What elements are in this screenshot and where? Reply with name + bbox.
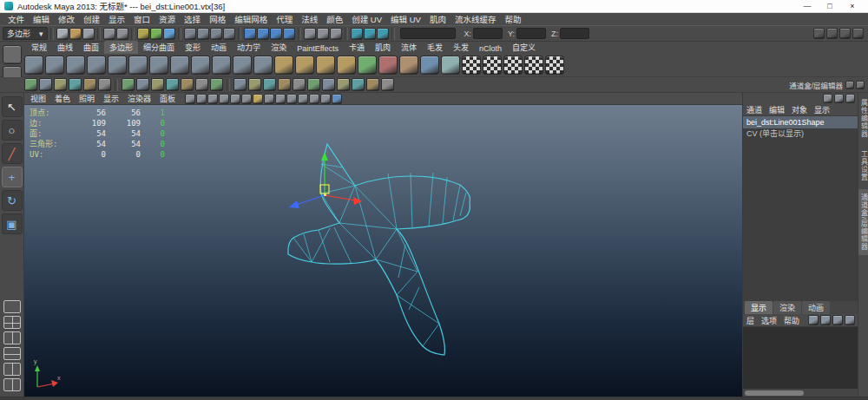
new-layer-from-selected-icon[interactable] (820, 315, 831, 325)
custom-shelf-icon-20[interactable] (322, 78, 335, 91)
viewport-3d-view[interactable]: y x 顶点:56561边:1091090面:54540三角形:54540UV:… (24, 105, 742, 397)
poly-torus-icon[interactable] (128, 56, 148, 75)
poly-pipe-icon[interactable] (191, 56, 210, 75)
separate-icon[interactable] (295, 56, 314, 75)
layer-list[interactable] (743, 326, 858, 389)
channel-box-menu-object[interactable]: 对象 (788, 104, 811, 115)
bevel-icon[interactable] (399, 56, 418, 75)
lasso-select-tool[interactable]: ○ (2, 120, 23, 141)
panel-menu-shading[interactable]: 着色 (50, 93, 75, 104)
shelf-selector-icon[interactable] (3, 45, 22, 64)
layer-tab-render[interactable]: 渲染 (773, 301, 801, 314)
uv-cylindrical-mapping-icon[interactable] (483, 56, 502, 75)
shelf-tab-muscle[interactable]: 肌肉 (370, 41, 396, 54)
paint-select-tool[interactable]: ╱ (2, 143, 23, 164)
layer-tab-display[interactable]: 显示 (745, 301, 773, 314)
mask-joints-icon[interactable] (197, 28, 209, 40)
menu-color[interactable]: 颜色 (322, 13, 347, 25)
maximize-button[interactable]: □ (819, 0, 841, 13)
film-gate-icon[interactable] (275, 94, 286, 104)
poly-prism-icon[interactable] (149, 56, 168, 75)
layout-outliner-persp[interactable] (3, 378, 21, 391)
menu-window[interactable]: 窗口 (129, 13, 155, 25)
custom-shelf-icon-1[interactable] (24, 78, 37, 91)
camera-attributes-icon[interactable] (207, 94, 218, 104)
custom-shelf-icon-6[interactable] (98, 78, 111, 91)
wireframe-mesh[interactable] (288, 144, 470, 355)
snap-curve-icon[interactable] (257, 28, 269, 40)
menu-normals[interactable]: 法线 (297, 13, 322, 25)
sidebar-tab-attribute-editor[interactable]: 属性编辑器 (858, 95, 868, 142)
custom-shelf-icon-3[interactable] (54, 78, 67, 91)
select-hierarchy-icon[interactable] (137, 28, 149, 40)
channel-edit-icon[interactable] (845, 94, 855, 103)
custom-shelf-icon-4[interactable] (69, 78, 82, 91)
menu-pipeline-cache[interactable]: 流水线缓存 (450, 13, 501, 25)
panel-menu-view[interactable]: 视图 (26, 93, 50, 104)
channel-box-menu-channels[interactable]: 通道 (743, 104, 766, 115)
menu-create[interactable]: 创建 (79, 13, 104, 25)
custom-shelf-icon-8[interactable] (136, 78, 149, 91)
2d-pan-zoom-icon[interactable] (241, 94, 252, 104)
x-coordinate-input[interactable] (473, 28, 503, 39)
uv-planar-mapping-icon[interactable] (462, 56, 481, 75)
menu-muscle[interactable]: 肌肉 (425, 13, 450, 25)
toggle-attribute-editor-icon[interactable] (813, 28, 825, 39)
lock-camera-icon[interactable] (196, 94, 207, 104)
custom-shelf-icon-10[interactable] (166, 78, 179, 91)
menu-select[interactable]: 选择 (180, 13, 205, 25)
grease-pencil-icon[interactable] (253, 94, 263, 104)
menu-edit-uv[interactable]: 编辑 UV (386, 13, 425, 25)
selected-vertex[interactable] (324, 193, 326, 196)
custom-shelf-icon-16[interactable] (263, 78, 276, 91)
menu-create-uv[interactable]: 创建 UV (347, 13, 386, 25)
select-component-icon[interactable] (163, 28, 175, 40)
custom-shelf-icon-19[interactable] (307, 78, 320, 91)
toggle-channel-box-icon[interactable] (839, 28, 851, 39)
shelf-tab-toon[interactable]: 卡通 (344, 41, 370, 54)
extrude-icon[interactable] (378, 56, 398, 75)
custom-shelf-icon-13[interactable] (210, 78, 223, 91)
combine-icon[interactable] (274, 56, 293, 75)
snap-plane-icon[interactable] (283, 28, 295, 40)
custom-shelf-icon-24[interactable] (381, 78, 394, 91)
menu-edit-mesh[interactable]: 编辑网格 (230, 13, 272, 25)
poly-plane-icon[interactable] (108, 56, 127, 75)
cv-display-hint[interactable]: CV (单击以显示) (743, 128, 858, 140)
shelf-tab-fluids[interactable]: 流体 (396, 41, 422, 54)
layout-four-pane[interactable] (3, 316, 21, 329)
menu-proxy[interactable]: 代理 (272, 13, 297, 25)
append-polygon-icon[interactable] (441, 56, 460, 75)
shelf-tab-custom[interactable]: 自定义 (507, 41, 541, 54)
poly-pyramid-icon[interactable] (170, 56, 189, 75)
custom-shelf-icon-23[interactable] (366, 78, 379, 91)
menu-assets[interactable]: 资源 (155, 13, 180, 25)
close-button[interactable]: × (841, 0, 864, 13)
poly-cylinder-icon[interactable] (66, 56, 85, 75)
z-coordinate-input[interactable] (560, 28, 589, 39)
render-settings-icon[interactable] (377, 28, 389, 40)
gate-mask-icon[interactable] (298, 94, 308, 104)
select-camera-icon[interactable] (185, 94, 195, 104)
undo-icon[interactable] (103, 28, 115, 40)
scale-tool[interactable]: ▣ (2, 213, 23, 234)
menu-modify[interactable]: 修改 (54, 13, 79, 25)
custom-shelf-icon-12[interactable] (195, 78, 208, 91)
poly-platonic-icon[interactable] (253, 56, 273, 75)
mask-surfaces-icon[interactable] (223, 28, 235, 40)
manipulator-z-axis[interactable] (296, 195, 325, 205)
mask-curves-icon[interactable] (210, 28, 222, 40)
smooth-icon[interactable] (358, 56, 377, 75)
menu-edit[interactable]: 编辑 (29, 13, 54, 25)
panel-menu-lighting[interactable]: 照明 (75, 93, 99, 104)
field-chart-icon[interactable] (309, 94, 319, 104)
shelf-tab-subdivs[interactable]: 细分曲面 (138, 41, 180, 54)
shelf-tab-painteffects[interactable]: PaintEffects (292, 43, 344, 54)
quick-selection-input[interactable] (400, 28, 456, 39)
manipulator-y-arrowhead[interactable] (321, 152, 328, 161)
menu-help[interactable]: 帮助 (500, 13, 525, 25)
shelf-tab-curves[interactable]: 曲线 (52, 41, 78, 54)
boolean-difference-icon[interactable] (337, 56, 356, 75)
layers-menu[interactable]: 层 (743, 315, 758, 326)
custom-shelf-icon-21[interactable] (337, 78, 350, 91)
